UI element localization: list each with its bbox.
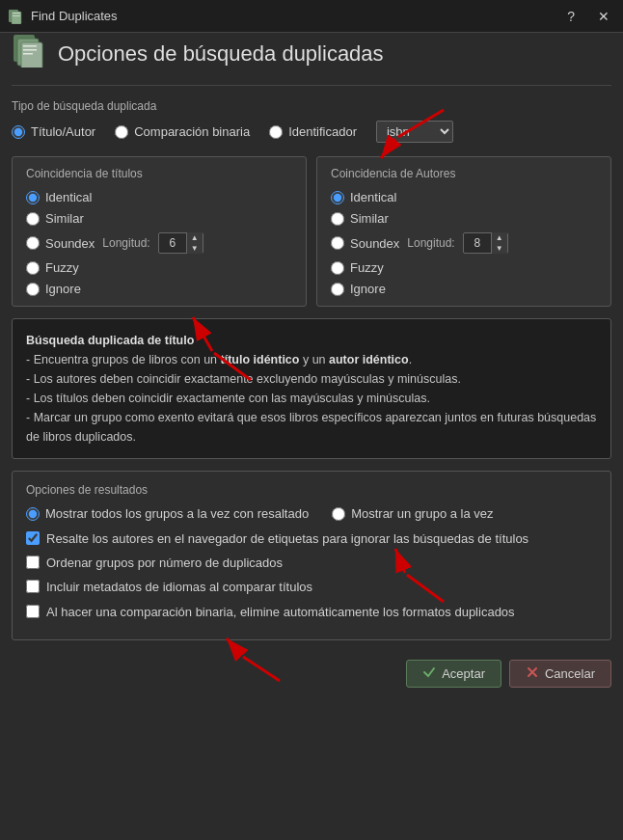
author-match-options: Identical Similar Soundex Longitud: 8 <box>331 190 597 296</box>
results-display-row: Mostrar todos los grupos a la vez con re… <box>26 506 597 521</box>
help-button[interactable]: ? <box>561 7 581 26</box>
accept-icon <box>422 665 436 682</box>
titlebar: Find Duplicates ? ✕ <box>0 0 623 33</box>
radio-identificador-input[interactable] <box>269 125 283 139</box>
radio-titulo-autor-label[interactable]: Título/Autor <box>31 124 95 139</box>
author-soundex-radio[interactable] <box>331 236 344 250</box>
svg-rect-2 <box>13 13 20 14</box>
info-line-2: - Los autores deben coincidir exactament… <box>26 372 461 386</box>
accept-button[interactable]: Aceptar <box>406 660 501 688</box>
info-line-3: - Los títulos deben coincidir exactament… <box>26 392 430 405</box>
ordenar-label[interactable]: Ordenar grupos por número de duplicados <box>46 555 283 572</box>
title-fuzzy-group: Fuzzy <box>26 260 292 275</box>
one-group-label[interactable]: Mostrar un grupo a la vez <box>351 506 493 521</box>
isbn-select[interactable]: isbn uuid doi <box>376 121 453 143</box>
search-type-row: Título/Autor Comparación binaria Identif… <box>12 121 611 143</box>
author-identical-label[interactable]: Identical <box>350 190 396 204</box>
title-soundex-length-label: Longitud: <box>102 236 149 250</box>
title-soundex-value: 6 <box>159 236 186 250</box>
author-soundex-value: 8 <box>464 236 491 250</box>
metadatos-checkbox[interactable] <box>26 580 40 593</box>
cancel-icon <box>526 665 539 682</box>
author-fuzzy-radio[interactable] <box>331 261 344 275</box>
title-ignore-label[interactable]: Ignore <box>45 282 81 296</box>
one-group-radio[interactable] <box>332 507 345 521</box>
all-groups-label[interactable]: Mostrar todos los grupos a la vez con re… <box>45 506 309 521</box>
radio-titulo-autor-input[interactable] <box>12 125 25 139</box>
info-title: Búsqueda duplicada de título <box>26 334 194 347</box>
title-soundex-up[interactable]: ▲ <box>187 232 203 243</box>
search-type-section: Tipo de búsqueda duplicada Título/Autor … <box>12 99 611 143</box>
eliminar-checkbox[interactable] <box>26 605 40 618</box>
title-match-label: Coincidencia de títulos <box>26 167 292 180</box>
search-type-label: Tipo de búsqueda duplicada <box>12 99 611 113</box>
svg-rect-8 <box>23 49 37 51</box>
title-similar-group: Similar <box>26 211 292 226</box>
author-fuzzy-label[interactable]: Fuzzy <box>350 260 384 275</box>
author-soundex-row: Soundex Longitud: 8 ▲ ▼ <box>331 232 597 254</box>
author-similar-radio[interactable] <box>331 212 344 226</box>
svg-rect-3 <box>13 15 20 16</box>
author-ignore-label[interactable]: Ignore <box>350 282 386 296</box>
author-fuzzy-group: Fuzzy <box>331 260 597 275</box>
title-identical-group: Identical <box>26 190 292 204</box>
checkbox-ordenar-row: Ordenar grupos por número de duplicados <box>26 555 597 572</box>
author-soundex-label[interactable]: Soundex <box>350 236 399 251</box>
info-bold-autor: autor idéntico <box>329 353 409 366</box>
results-label: Opciones de resultados <box>26 483 597 497</box>
author-identical-group: Identical <box>331 190 597 204</box>
eliminar-label[interactable]: Al hacer una comparación binaria, elimin… <box>46 604 515 621</box>
author-similar-label[interactable]: Similar <box>350 211 389 226</box>
titlebar-left: Find Duplicates <box>8 9 118 24</box>
title-soundex-down[interactable]: ▼ <box>187 243 203 254</box>
radio-binario: Comparación binaria <box>115 124 250 139</box>
title-soundex-row: Soundex Longitud: 6 ▲ ▼ <box>26 232 292 254</box>
all-groups-radio[interactable] <box>26 507 40 521</box>
info-line-4: - Marcar un grupo como exento evitará qu… <box>26 411 596 444</box>
app-icon <box>8 9 23 24</box>
ordenar-checkbox[interactable] <box>26 555 40 569</box>
radio-binario-input[interactable] <box>115 125 128 139</box>
author-soundex-down[interactable]: ▼ <box>492 243 507 254</box>
all-groups-radio-group: Mostrar todos los grupos a la vez con re… <box>26 506 309 521</box>
radio-titulo-autor: Título/Autor <box>12 124 95 139</box>
title-identical-label[interactable]: Identical <box>45 190 92 204</box>
info-box: Búsqueda duplicada de título - Encuentra… <box>12 318 611 459</box>
title-similar-label[interactable]: Similar <box>45 211 84 226</box>
title-match-col: Coincidencia de títulos Identical Simila… <box>12 156 307 307</box>
title-soundex-label[interactable]: Soundex <box>45 236 95 251</box>
title-identical-radio[interactable] <box>26 191 40 204</box>
title-fuzzy-label[interactable]: Fuzzy <box>45 260 79 275</box>
author-match-label: Coincidencia de Autores <box>331 167 597 180</box>
close-button[interactable]: ✕ <box>592 7 615 26</box>
cancel-label: Cancelar <box>545 666 595 681</box>
title-fuzzy-radio[interactable] <box>26 261 40 275</box>
checkbox-resalte-row: Resalte los autores en el navegador de e… <box>26 530 597 548</box>
radio-identificador-label[interactable]: Identificador <box>288 124 357 139</box>
radio-binario-label[interactable]: Comparación binaria <box>134 124 250 139</box>
one-group-radio-group: Mostrar un grupo a la vez <box>332 506 493 521</box>
radio-identificador: Identificador <box>269 124 357 139</box>
header-icon <box>12 33 46 75</box>
resalte-label[interactable]: Resalte los autores en el navegador de e… <box>46 530 528 548</box>
author-soundex-up[interactable]: ▲ <box>492 232 507 243</box>
author-ignore-radio[interactable] <box>331 283 344 296</box>
title-soundex-group: Soundex <box>26 236 95 251</box>
page-title: Opciones de búsqueda duplicadas <box>58 41 384 67</box>
title-match-options: Identical Similar Soundex Longitud: 6 <box>26 190 292 296</box>
window-title: Find Duplicates <box>31 9 118 23</box>
cancel-button[interactable]: Cancelar <box>509 660 611 688</box>
title-soundex-arrows: ▲ ▼ <box>186 232 203 254</box>
resalte-checkbox[interactable] <box>26 531 40 545</box>
author-identical-radio[interactable] <box>331 191 344 204</box>
title-similar-radio[interactable] <box>26 212 40 226</box>
author-soundex-spin: 8 ▲ ▼ <box>463 232 508 254</box>
metadatos-label[interactable]: Incluir metadatos de idiomas al comparar… <box>46 579 312 596</box>
title-soundex-radio[interactable] <box>26 236 40 250</box>
titlebar-controls: ? ✕ <box>561 7 615 26</box>
svg-rect-9 <box>23 53 33 55</box>
author-soundex-arrows: ▲ ▼ <box>491 232 507 254</box>
page-header: Opciones de búsqueda duplicadas <box>12 33 611 86</box>
title-ignore-radio[interactable] <box>26 283 40 296</box>
info-line-1: - Encuentra grupos de libros con un títu… <box>26 353 412 366</box>
